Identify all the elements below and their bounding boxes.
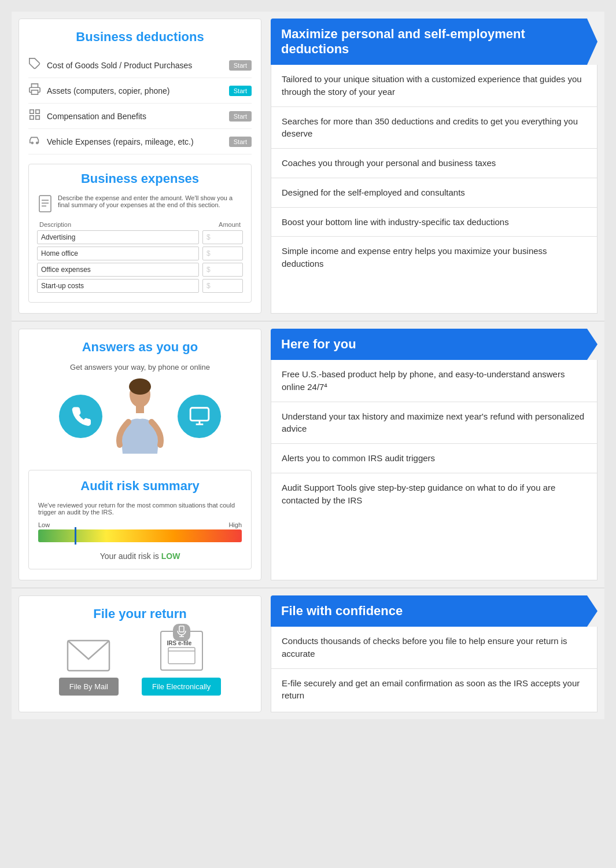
right-item-0-2: Coaches you through your personal and bu…: [271, 149, 597, 178]
start-btn-1[interactable]: Start: [229, 60, 252, 71]
deduction-item-2: Assets (computers, copier, phone) Start: [28, 78, 252, 104]
expenses-description: Describe the expense and enter the amoun…: [58, 194, 243, 208]
svg-rect-22: [168, 648, 195, 664]
phone-circle-icon: [59, 395, 102, 438]
here-for-you-header: Here for you: [271, 329, 597, 360]
answers-title: Answers as you go: [28, 340, 252, 355]
expense-amt-4[interactable]: $: [202, 279, 243, 293]
expense-amt-2[interactable]: $: [202, 247, 243, 260]
right-item-0-5: Simple income and expense entry helps yo…: [271, 237, 597, 278]
maximize-deductions-header: Maximize personal and self-employment de…: [271, 19, 597, 65]
expense-row-2: $: [37, 247, 243, 260]
business-deductions-title: Business deductions: [28, 30, 252, 45]
expense-desc-3[interactable]: [37, 263, 199, 277]
document-icon: [37, 194, 53, 215]
audit-title: Audit risk summary: [38, 479, 242, 494]
deduction-label-3: Compensation and Benefits: [47, 112, 229, 121]
file-confidence-header: File with confidence: [271, 595, 597, 627]
file-return-title: File your return: [28, 606, 252, 621]
audit-high-label: High: [228, 521, 242, 528]
expense-amt-1[interactable]: $: [202, 230, 243, 244]
file-icons-row: File By Mail IRS e-file: [28, 631, 252, 696]
file-electronically-button[interactable]: File Electronically: [142, 678, 221, 696]
tag-icon: [28, 57, 47, 73]
expense-row-1: $: [37, 230, 243, 244]
start-btn-3[interactable]: Start: [229, 111, 252, 122]
expense-desc-1[interactable]: [37, 230, 199, 244]
right-item-2-1: E-file securely and get an email confirm…: [271, 669, 597, 711]
deduction-item-3: Compensation and Benefits Start: [28, 104, 252, 129]
file-confidence-items: Conducts thousands of checks before you …: [271, 627, 597, 712]
svg-rect-3: [36, 110, 39, 113]
svg-rect-14: [136, 404, 144, 413]
expense-desc-4[interactable]: [37, 279, 199, 293]
expense-amt-3[interactable]: $: [202, 263, 243, 277]
right-item-1-2: Alerts you to common IRS audit triggers: [271, 444, 597, 473]
business-expenses-title: Business expenses: [37, 171, 243, 186]
svg-rect-2: [30, 110, 34, 113]
svg-rect-15: [190, 408, 209, 421]
audit-result: Your audit risk is LOW: [38, 551, 242, 561]
expenses-table: $ $ $ $: [37, 230, 243, 293]
svg-point-6: [32, 142, 34, 144]
deduction-item-1: Cost of Goods Sold / Product Purchases S…: [28, 53, 252, 78]
mail-icon-item: File By Mail: [59, 638, 119, 696]
svg-rect-1: [32, 90, 38, 94]
audit-bar: [38, 529, 242, 542]
answers-subtitle: Get answers your way, by phone or online: [28, 363, 252, 372]
svg-point-7: [36, 142, 38, 144]
grid-icon: [28, 108, 47, 124]
audit-low-label: Low: [38, 521, 50, 528]
col-description-label: Description: [39, 221, 200, 228]
answers-panel: Answers as you go Get answers your way, …: [28, 340, 252, 459]
right-item-0-1: Searches for more than 350 deductions an…: [271, 107, 597, 149]
deduction-label-4: Vehicle Expenses (repairs, mileage, etc.…: [47, 137, 229, 146]
printer-icon: [28, 83, 47, 98]
right-item-0-3: Designed for the self-employed and consu…: [271, 178, 597, 208]
right-item-1-0: Free U.S.-based product help by phone, a…: [271, 360, 597, 402]
svg-rect-8: [39, 196, 51, 212]
right-item-1-1: Understand your tax history and maximize…: [271, 402, 597, 444]
svg-rect-19: [179, 626, 184, 632]
maximize-deductions-items: Tailored to your unique situation with a…: [271, 65, 597, 314]
efile-icon-item: IRS e-file File Electronically: [142, 631, 221, 696]
audit-description: We've reviewed your return for the most …: [38, 502, 242, 516]
svg-rect-4: [30, 116, 34, 119]
col-amount-label: Amount: [200, 221, 241, 228]
svg-rect-5: [36, 116, 39, 119]
deduction-item-4: Vehicle Expenses (repairs, mileage, etc.…: [28, 129, 252, 155]
deduction-label-2: Assets (computers, copier, phone): [47, 86, 229, 95]
car-icon: [28, 134, 47, 149]
computer-circle-icon: [178, 395, 221, 438]
person-image: [108, 378, 172, 454]
right-item-0-4: Boost your bottom line with industry-spe…: [271, 208, 597, 237]
right-item-1-3: Audit Support Tools give step-by-step gu…: [271, 473, 597, 515]
right-item-2-0: Conducts thousands of checks before you …: [271, 627, 597, 669]
right-item-0-0: Tailored to your unique situation with a…: [271, 65, 597, 107]
file-by-mail-button[interactable]: File By Mail: [59, 678, 119, 696]
start-btn-2[interactable]: Start: [229, 86, 252, 96]
audit-result-value: LOW: [161, 551, 180, 561]
audit-bar-container: [38, 529, 242, 547]
audit-indicator: [75, 527, 76, 545]
expense-row-4: $: [37, 279, 243, 293]
here-for-you-items: Free U.S.-based product help by phone, a…: [271, 360, 597, 580]
svg-point-13: [129, 378, 151, 395]
start-btn-4[interactable]: Start: [229, 137, 252, 147]
deduction-label-1: Cost of Goods Sold / Product Purchases: [47, 61, 229, 70]
expense-row-3: $: [37, 263, 243, 277]
svg-rect-18: [68, 641, 109, 671]
expense-desc-2[interactable]: [37, 247, 199, 260]
